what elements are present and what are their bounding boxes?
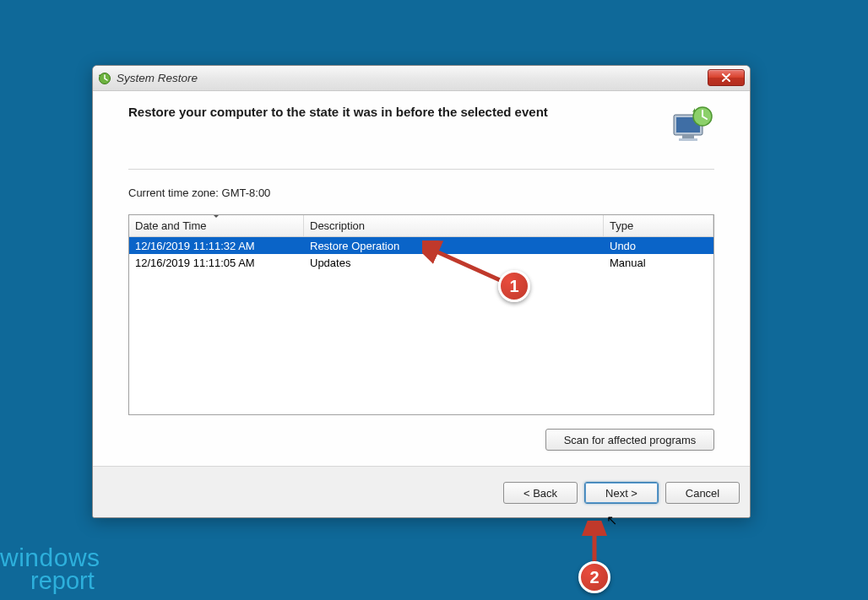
- restore-point-row[interactable]: 12/16/2019 11:11:32 AMRestore OperationU…: [129, 237, 713, 254]
- cell-type: Manual: [604, 257, 713, 269]
- watermark-line1: windows: [0, 546, 100, 570]
- watermark-line2: report: [30, 570, 100, 593]
- watermark: windows report: [0, 546, 100, 593]
- annotation-arrow-2: [578, 521, 611, 580]
- list-header: Date and Time Description Type: [129, 215, 713, 237]
- divider: [128, 169, 714, 170]
- system-restore-icon: [98, 72, 111, 85]
- cancel-button[interactable]: Cancel: [665, 482, 740, 504]
- column-header-description[interactable]: Description: [304, 215, 604, 236]
- svg-rect-4: [679, 138, 697, 141]
- system-restore-window: System Restore Restore your computer to …: [92, 65, 751, 518]
- cell-description: Updates: [304, 257, 604, 269]
- cell-type: Undo: [604, 240, 713, 252]
- titlebar[interactable]: System Restore: [93, 66, 750, 91]
- sort-descending-icon: [213, 214, 220, 218]
- cell-date: 12/16/2019 11:11:05 AM: [129, 257, 304, 269]
- close-button[interactable]: [708, 69, 745, 86]
- cell-description: Restore Operation: [304, 240, 604, 252]
- cell-date: 12/16/2019 11:11:32 AM: [129, 240, 304, 252]
- column-header-date[interactable]: Date and Time: [129, 215, 304, 236]
- window-title: System Restore: [117, 72, 198, 84]
- svg-rect-3: [682, 135, 694, 138]
- restore-points-list[interactable]: Date and Time Description Type 12/16/201…: [128, 214, 714, 415]
- restore-hero-icon: [667, 105, 714, 145]
- timezone-label: Current time zone: GMT-8:00: [128, 186, 714, 199]
- restore-point-row[interactable]: 12/16/2019 11:11:05 AMUpdatesManual: [129, 254, 713, 271]
- close-icon: [721, 73, 731, 82]
- next-button[interactable]: Next >: [584, 482, 659, 504]
- wizard-buttons: < Back Next > Cancel: [93, 466, 750, 517]
- annotation-badge-2: 2: [578, 561, 610, 593]
- page-heading: Restore your computer to the state it wa…: [128, 105, 548, 119]
- back-button[interactable]: < Back: [503, 482, 578, 504]
- dialog-content: Restore your computer to the state it wa…: [93, 91, 750, 466]
- scan-affected-programs-button[interactable]: Scan for affected programs: [545, 429, 714, 451]
- column-header-type[interactable]: Type: [604, 215, 713, 236]
